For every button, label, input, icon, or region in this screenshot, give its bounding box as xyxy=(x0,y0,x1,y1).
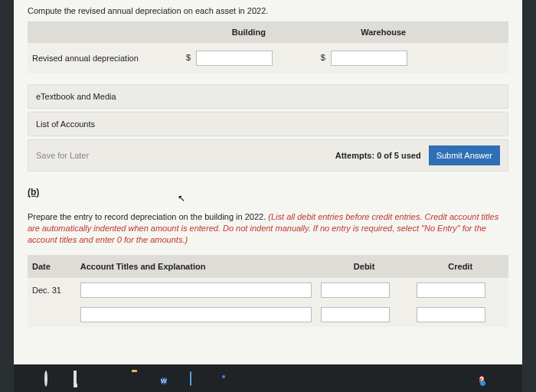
table-row xyxy=(28,302,508,327)
attempts-text: Attempts: 0 of 5 used xyxy=(335,151,421,160)
word-icon[interactable]: W xyxy=(161,372,173,384)
currency-symbol: $ xyxy=(321,53,325,62)
col-warehouse: Warehouse xyxy=(316,21,451,43)
list-of-accounts-link[interactable]: List of Accounts xyxy=(28,112,508,136)
table-row: Dec. 31 xyxy=(28,278,508,302)
depreciation-table: Building Warehouse Revised annual deprec… xyxy=(28,21,508,74)
instruction-text: Compute the revised annual depreciation … xyxy=(28,6,508,15)
section-b-label: (b) xyxy=(28,187,39,198)
building-depreciation-input[interactable] xyxy=(196,51,273,66)
chrome-icon[interactable] xyxy=(219,372,231,384)
action-row: Save for Later Attempts: 0 of 5 used Sub… xyxy=(28,139,508,172)
prepare-text-black: Prepare the entry to record depreciation… xyxy=(28,212,268,221)
edge-icon[interactable] xyxy=(103,372,115,384)
journal-entry-table: Date Account Titles and Explanation Debi… xyxy=(28,255,508,327)
header-account: Account Titles and Explanation xyxy=(76,255,316,278)
credit-input[interactable] xyxy=(417,307,485,322)
date-cell: Dec. 31 xyxy=(28,278,76,302)
mail-icon[interactable] xyxy=(190,372,202,384)
file-explorer-icon[interactable] xyxy=(132,372,144,384)
header-date: Date xyxy=(28,255,76,278)
currency-symbol: $ xyxy=(186,53,191,62)
submit-answer-button[interactable]: Submit Answer xyxy=(429,145,500,165)
debit-input[interactable] xyxy=(321,283,390,298)
account-title-input[interactable] xyxy=(80,283,312,298)
header-credit: Credit xyxy=(412,255,508,278)
save-for-later-button[interactable]: Save for Later xyxy=(36,151,89,160)
warehouse-depreciation-input[interactable] xyxy=(331,51,407,66)
etextbook-media-link[interactable]: eTextbook and Media xyxy=(28,84,508,109)
row-label: Revised annual depreciation xyxy=(28,43,181,74)
taskbar: W ? xyxy=(14,364,522,392)
task-view-icon[interactable] xyxy=(74,372,86,384)
account-title-input[interactable] xyxy=(80,307,312,322)
prepare-instruction: Prepare the entry to record depreciation… xyxy=(28,211,508,246)
help-icon[interactable]: ? xyxy=(479,372,492,384)
credit-input[interactable] xyxy=(417,283,485,298)
start-icon[interactable] xyxy=(44,372,57,384)
debit-input[interactable] xyxy=(321,307,390,322)
header-debit: Debit xyxy=(316,255,413,278)
col-building: Building xyxy=(181,21,316,43)
